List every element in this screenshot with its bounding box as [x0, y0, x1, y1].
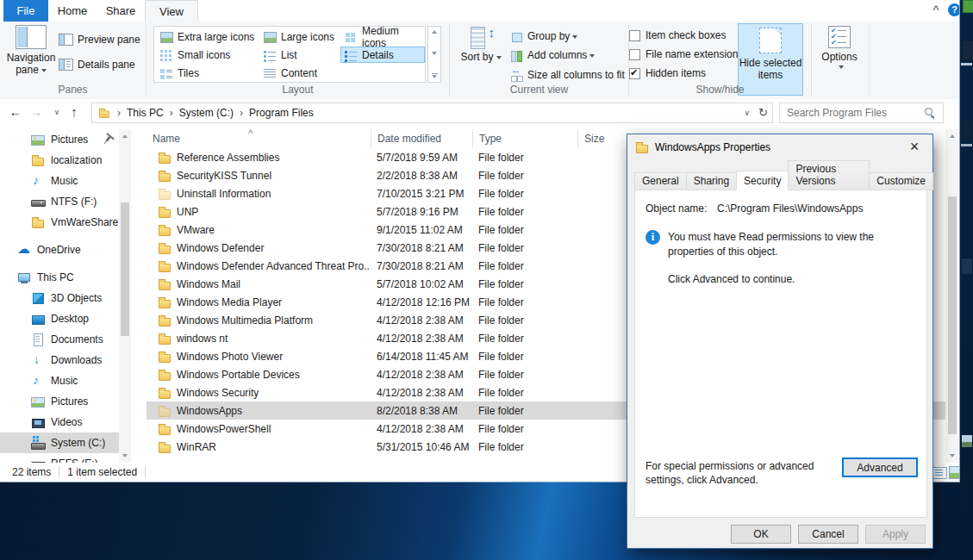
column-header-type[interactable]: Type	[472, 129, 577, 148]
options-button[interactable]: Options	[815, 26, 864, 69]
gallery-scroll-down-icon[interactable]	[432, 52, 437, 55]
dialog-tab[interactable]: General	[634, 172, 687, 190]
show-hide-checkbox-row[interactable]: File name extensions	[629, 47, 743, 61]
desktop-icon[interactable]	[962, 435, 972, 447]
thumbnail-view-toggle-icon[interactable]	[949, 466, 960, 479]
file-list-scrollbar[interactable]	[945, 129, 959, 463]
checkbox-icon[interactable]	[629, 68, 640, 79]
navigation-pane-button[interactable]: Navigation pane	[5, 25, 57, 76]
group-by-button[interactable]: Group by	[510, 28, 577, 45]
file-type: File folder	[472, 152, 577, 164]
search-icon[interactable]	[924, 107, 936, 119]
size-all-columns-button[interactable]: Size all columns to fit	[510, 66, 625, 84]
column-header-name[interactable]: Name	[147, 129, 371, 148]
scrollbar-thumb[interactable]	[121, 202, 129, 336]
gallery-scroll-up-icon[interactable]	[432, 30, 437, 34]
file-name: Windows Security	[177, 387, 259, 399]
address-dropdown-icon[interactable]: ∨	[745, 109, 751, 117]
layout-option[interactable]: Content	[259, 65, 340, 81]
scroll-down-icon[interactable]	[119, 451, 131, 461]
tab-file[interactable]: File	[3, 0, 48, 22]
sort-by-button[interactable]: Sort by	[460, 25, 502, 63]
tab-share[interactable]: Share	[97, 0, 145, 22]
layout-option[interactable]: Small icons	[156, 47, 259, 63]
cancel-button[interactable]: Cancel	[798, 525, 858, 544]
column-header-size[interactable]: Size	[577, 129, 627, 148]
sidebar-item[interactable]: System (C:)	[0, 432, 119, 453]
collapse-ribbon-icon[interactable]	[929, 3, 943, 17]
layout-option[interactable]: Details	[340, 47, 425, 63]
show-hide-checkbox-row[interactable]: Hidden items	[629, 66, 743, 80]
layout-option[interactable]: Extra large icons	[156, 28, 259, 45]
breadcrumb[interactable]: › This PC › System (C:) › Program Files …	[91, 103, 773, 123]
back-icon[interactable]: ←	[7, 104, 24, 119]
sidebar-item[interactable]: NTFS (F:)	[0, 191, 119, 212]
sidebar-item[interactable]: Desktop	[0, 308, 119, 329]
sidebar-item[interactable]: Music	[0, 171, 119, 191]
checkbox-icon[interactable]	[629, 30, 640, 41]
advanced-button[interactable]: Advanced	[842, 457, 918, 477]
sidebar-item[interactable]: OneDrive	[0, 240, 119, 260]
group-label-current-view: Current view	[450, 84, 628, 96]
tab-home[interactable]: Home	[48, 0, 97, 22]
sidebar-item[interactable]: This PC	[0, 267, 119, 288]
checkbox-icon[interactable]	[629, 49, 640, 60]
desktop-icon[interactable]	[963, 0, 973, 13]
show-hide-checkbox-row[interactable]: Item check boxes	[629, 28, 743, 42]
recent-locations-icon[interactable]: ∨	[48, 108, 65, 116]
scroll-down-icon[interactable]	[945, 451, 959, 461]
desktop-icon[interactable]	[962, 121, 972, 140]
breadcrumb-segment[interactable]: › Program Files	[234, 107, 314, 119]
scrollbar-thumb[interactable]	[948, 196, 957, 434]
dialog-tab[interactable]: Security	[736, 171, 789, 190]
sidebar-item[interactable]: REFS (E:)	[0, 453, 119, 463]
refresh-icon[interactable]: ↻	[758, 106, 768, 119]
sidebar-scrollbar[interactable]	[119, 129, 131, 463]
breadcrumb-segment[interactable]: › This PC	[111, 107, 164, 119]
layout-option[interactable]: List	[259, 47, 340, 63]
sidebar-item[interactable]: Music	[0, 370, 119, 391]
details-pane-button[interactable]: Details pane	[59, 56, 135, 73]
sidebar-item[interactable]: localization	[0, 150, 119, 171]
sidebar-item-icon	[31, 291, 45, 305]
sidebar-item-label: 3D Objects	[51, 292, 102, 304]
preview-pane-button[interactable]: Preview pane	[59, 31, 140, 48]
sidebar-item-label: Downloads	[51, 354, 102, 366]
tab-view[interactable]: View	[145, 0, 198, 22]
close-icon[interactable]: ×	[896, 134, 932, 159]
file-type: File folder	[472, 405, 577, 417]
breadcrumb-segment[interactable]: › System (C:)	[164, 107, 234, 119]
scroll-up-icon[interactable]	[945, 131, 959, 141]
layout-option[interactable]: Large icons	[259, 28, 340, 45]
sidebar-item[interactable]: Videos	[0, 412, 119, 432]
file-date-modified: 8/2/2018 8:38 AM	[371, 405, 472, 417]
sidebar-item[interactable]: 3D Objects	[0, 288, 119, 308]
sidebar-item-icon	[31, 312, 45, 326]
sidebar-item[interactable]: Pictures	[0, 391, 119, 412]
details-view-toggle-icon[interactable]	[932, 467, 947, 479]
forward-icon[interactable]: →	[28, 104, 45, 119]
folder-icon	[158, 386, 172, 400]
scroll-up-icon[interactable]	[119, 131, 131, 141]
desktop-icon[interactable]	[962, 40, 973, 60]
desktop-icon[interactable]	[962, 258, 972, 274]
file-type: File folder	[472, 188, 577, 200]
layout-option[interactable]: Tiles	[156, 65, 259, 81]
ok-button[interactable]: OK	[731, 525, 791, 544]
search-input[interactable]: Search Program Files	[779, 103, 944, 123]
sidebar-item[interactable]: Downloads	[0, 350, 119, 370]
help-icon[interactable]	[948, 3, 960, 16]
gallery-more-icon[interactable]	[432, 73, 438, 78]
dialog-tab[interactable]: Sharing	[686, 172, 737, 190]
add-columns-button[interactable]: Add columns	[510, 47, 595, 64]
dialog-tab[interactable]: Customize	[869, 172, 933, 190]
file-date-modified: 4/12/2018 2:38 AM	[371, 423, 472, 435]
up-icon[interactable]: ↑	[65, 104, 83, 119]
sidebar-item[interactable]: Pictures	[0, 129, 119, 150]
sidebar-item[interactable]: Documents	[0, 329, 119, 350]
layout-option[interactable]: Medium icons	[340, 28, 425, 45]
sidebar-item[interactable]: VmWareShare	[0, 212, 119, 233]
file-date-modified: 7/30/2018 8:21 AM	[371, 260, 472, 272]
column-header-date-modified[interactable]: Date modified	[371, 129, 472, 148]
dialog-tab[interactable]: Previous Versions	[788, 160, 870, 190]
